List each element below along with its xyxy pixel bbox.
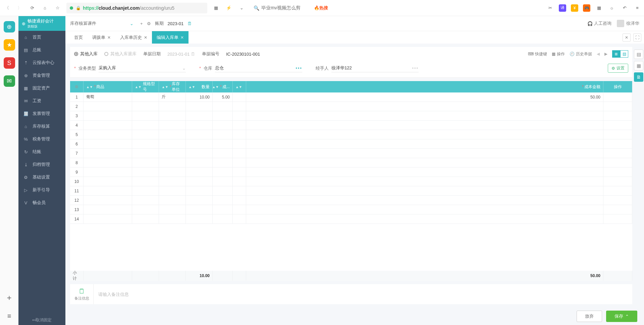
qr-icon[interactable]: ▦ bbox=[212, 4, 220, 12]
shield-icon bbox=[70, 6, 73, 10]
extension-translate[interactable]: 译 bbox=[559, 4, 566, 12]
browser-toolbar: 〈 〉 ⟳ ⌂ ☆ 🔒 https:// cloud.chanjet.com /… bbox=[0, 0, 644, 16]
extension-price[interactable]: ¥ bbox=[571, 4, 578, 12]
chevron-down-icon[interactable]: ⌄ bbox=[237, 4, 246, 12]
url-domain: cloud.chanjet.com bbox=[99, 5, 140, 11]
search-icon: 🔍 bbox=[254, 5, 259, 11]
favorite-button[interactable]: ☆ bbox=[54, 4, 62, 12]
search-placeholder: 毕业mv视频怎么剪 bbox=[261, 5, 301, 11]
brightness-icon[interactable]: ☼ bbox=[608, 4, 616, 12]
url-bar[interactable]: 🔒 https:// cloud.chanjet.com /accounting… bbox=[66, 3, 207, 13]
url-protocol: https:// bbox=[83, 5, 99, 11]
reload-button[interactable]: ⟳ bbox=[28, 4, 36, 12]
hot-badge[interactable]: 🔥热搜 bbox=[314, 5, 328, 11]
lock-icon: 🔒 bbox=[76, 6, 81, 10]
url-path: /accounting/uru5 bbox=[140, 5, 175, 11]
browser-search[interactable]: 🔍 毕业mv视频怎么剪 bbox=[250, 3, 307, 13]
extension-game[interactable]: 🎮 bbox=[583, 4, 590, 12]
home-button[interactable]: ⌂ bbox=[41, 4, 49, 12]
apps-icon[interactable]: ▦ bbox=[595, 4, 603, 12]
scissors-icon[interactable]: ✂ bbox=[546, 4, 554, 12]
forward-button[interactable]: 〉 bbox=[15, 4, 23, 12]
back-button[interactable]: 〈 bbox=[3, 4, 11, 12]
menu-icon[interactable]: ≡ bbox=[633, 4, 641, 12]
flash-icon[interactable]: ⚡ bbox=[225, 4, 233, 12]
undo-icon[interactable]: ↶ bbox=[621, 4, 629, 12]
